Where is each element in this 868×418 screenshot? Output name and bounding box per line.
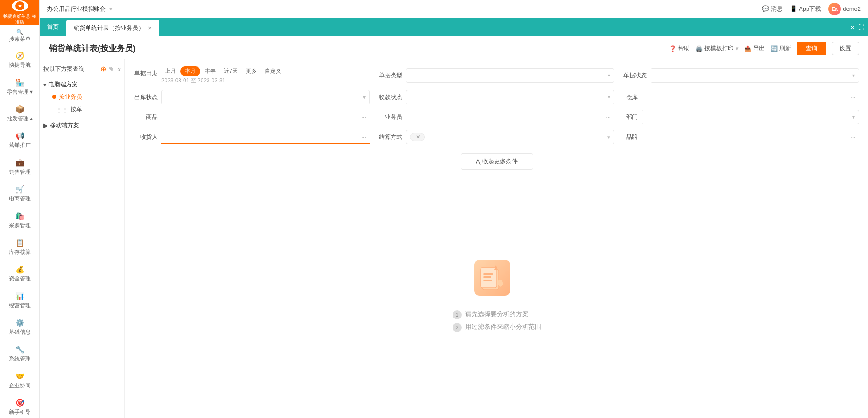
app-download-btn[interactable]: 📱 App下载: [790, 5, 821, 13]
wholesale-icon: 📦: [15, 105, 24, 114]
edit-scheme-icon[interactable]: ✎: [109, 66, 114, 73]
sidebar-item-retail[interactable]: 🏪 零售管理 ▾: [0, 74, 39, 100]
filter-salesperson: 业务员 ···: [379, 110, 614, 124]
shop-icon: 🏪: [15, 78, 24, 87]
salesperson-dots-icon: ···: [606, 114, 611, 120]
setting-button[interactable]: 设置: [832, 42, 859, 55]
date-btn-more[interactable]: 更多: [242, 66, 260, 76]
date-btn-custom[interactable]: 自定义: [261, 66, 285, 76]
brand-input[interactable]: ···: [642, 130, 859, 144]
sidebar-item-system[interactable]: 🔧 系统管理: [0, 341, 39, 367]
sidebar-item-finance[interactable]: 💰 资金管理: [0, 261, 39, 287]
user-avatar[interactable]: Ea demo2: [828, 3, 861, 15]
date-btn-lastmonth[interactable]: 上月: [161, 66, 179, 76]
collapse-panel-icon[interactable]: «: [117, 66, 121, 73]
content-body: 按以下方案查询 ⊕ ✎ « ▾ 电脑端方案 按业务员: [40, 59, 868, 418]
filter-out-status: 出库状态 ▾: [134, 90, 370, 104]
tab-close-icon[interactable]: ×: [148, 24, 151, 32]
sidebar-item-quicknav[interactable]: 🧭 快捷导航: [0, 47, 39, 74]
tab-bar: 首页 销货单统计表（按业务员） × ✕ ⛶: [40, 18, 868, 36]
date-btn-7days[interactable]: 近7天: [220, 66, 241, 76]
message-btn[interactable]: 💬 消息: [762, 5, 783, 13]
page-header: 销货单统计表(按业务员) ❓ 帮助 🖨️ 按模板打印 ▾ 📤 导出 🔄 刷: [40, 36, 868, 59]
left-panel-header: 按以下方案查询 ⊕ ✎ «: [43, 65, 121, 73]
receiver-label: 收货人: [134, 133, 158, 141]
recv-status-select[interactable]: ▾: [406, 90, 614, 104]
message-icon: 💬: [762, 5, 769, 12]
sidebar-item-inventory[interactable]: 📋 库存核算: [0, 234, 39, 261]
sidebar-item-wholesale[interactable]: 📦 批发管理 ▴: [0, 100, 39, 127]
export-icon: 📤: [744, 45, 751, 52]
help-btn[interactable]: ❓ 帮助: [669, 44, 690, 52]
empty-steps: 1 请先选择要分析的方案 2 用过滤条件来缩小分析范围: [453, 310, 541, 332]
empty-box-icon: [474, 260, 510, 296]
category-arrow-collapsed-icon: ▶: [43, 122, 48, 129]
filter-goods: 商品 ···: [134, 110, 370, 124]
sidebar-item-marketing[interactable]: 📢 营销推广: [0, 127, 39, 154]
filter-receiver: 收货人 ···: [134, 130, 370, 144]
newbie-icon: 🎯: [15, 399, 24, 407]
add-scheme-icon[interactable]: ⊕: [100, 65, 106, 73]
out-status-select[interactable]: ▾: [161, 90, 370, 104]
header-breadcrumb: 办公用品行业模拟账套 ▾: [47, 5, 113, 13]
print-chevron-icon: ▾: [736, 45, 739, 52]
sidebar-item-search[interactable]: 🔍 搜索菜单: [0, 25, 39, 47]
collapse-btn-label: 收起更多条件: [482, 157, 518, 166]
logo-area: 畅捷通好生意 标准版: [0, 0, 39, 25]
payment-tag-close[interactable]: ✕: [416, 134, 420, 140]
svg-rect-5: [483, 280, 492, 281]
svg-rect-3: [483, 273, 493, 275]
scheme-category-mobile[interactable]: ▶ 移动端方案: [43, 119, 121, 131]
basic-icon: ⚙️: [15, 318, 24, 327]
sidebar-item-purchase[interactable]: 🛍️ 采购管理: [0, 207, 39, 234]
sales-icon: 💼: [15, 158, 24, 167]
top-header: 办公用品行业模拟账套 ▾ 💬 消息 📱 App下载 Ea demo2: [40, 0, 868, 18]
empty-icon: [474, 260, 519, 305]
collapse-up-icon: ⋀: [476, 158, 481, 165]
print-btn[interactable]: 🖨️ 按模板打印 ▾: [695, 44, 739, 52]
page-actions: ❓ 帮助 🖨️ 按模板打印 ▾ 📤 导出 🔄 刷新 查询 设置: [669, 42, 859, 55]
header-right: 💬 消息 📱 App下载 Ea demo2: [762, 3, 861, 15]
refresh-icon: 🔄: [770, 45, 778, 52]
query-button[interactable]: 查询: [797, 42, 826, 55]
warehouse-input[interactable]: ···: [642, 90, 859, 104]
receiver-input[interactable]: ···: [161, 130, 370, 144]
goods-dots-icon: ···: [361, 114, 366, 120]
refresh-btn[interactable]: 🔄 刷新: [770, 44, 791, 52]
goods-input[interactable]: ···: [161, 110, 370, 124]
sidebar-item-ecommerce[interactable]: 🛒 电商管理: [0, 180, 39, 207]
right-panel: 单据日期 上月 本月 本年 近7天 更多 自定义 2023-03-01 至 20…: [125, 59, 868, 418]
scheme-item-by-order[interactable]: ⋮⋮ 按单: [43, 103, 121, 116]
page-title: 销货单统计表(按业务员): [49, 43, 136, 54]
sidebar-item-operations[interactable]: 📊 经营管理: [0, 287, 39, 314]
date-btn-thisyear[interactable]: 本年: [201, 66, 219, 76]
warehouse-dots-icon: ···: [850, 94, 855, 100]
inventory-icon: 📋: [15, 238, 24, 247]
scheme-category-pc[interactable]: ▾ 电脑端方案: [43, 79, 121, 90]
tab-fullscreen-icon[interactable]: ⛶: [859, 24, 864, 31]
out-status-arrow-icon: ▾: [363, 94, 366, 100]
doc-type-select[interactable]: ▾: [406, 68, 614, 83]
tab-sales-stat[interactable]: 销货单统计表（按业务员） ×: [66, 20, 159, 36]
doc-type-label: 单据类型: [379, 71, 402, 80]
export-btn[interactable]: 📤 导出: [744, 44, 765, 52]
tab-home[interactable]: 首页: [40, 18, 66, 36]
salesperson-label: 业务员: [379, 113, 402, 121]
scheme-item-by-salesperson[interactable]: 按业务员: [43, 90, 121, 103]
payment-select[interactable]: ✕ ▾: [406, 130, 614, 144]
date-btn-thismonth[interactable]: 本月: [180, 66, 200, 76]
department-select[interactable]: ▾: [642, 110, 859, 124]
sidebar-item-basic[interactable]: ⚙️ 基础信息: [0, 314, 39, 341]
filter-department: 部门 ▾: [623, 110, 859, 124]
doc-status-select[interactable]: ▾: [651, 68, 859, 83]
out-status-label: 出库状态: [134, 93, 158, 101]
tab-minimize-icon[interactable]: ✕: [850, 24, 855, 31]
sidebar-item-enterprise[interactable]: 🤝 企业协同: [0, 367, 39, 394]
sidebar-item-sales[interactable]: 💼 销售管理: [0, 154, 39, 180]
salesperson-input[interactable]: ···: [406, 110, 614, 124]
sidebar-item-newbie[interactable]: 🎯 新手引导: [0, 394, 39, 418]
date-options: 上月 本月 本年 近7天 更多 自定义: [161, 66, 370, 76]
collapse-btn[interactable]: ⋀ 收起更多条件: [461, 153, 533, 170]
left-panel-icons: ⊕ ✎ «: [100, 65, 121, 73]
filter-doc-status: 单据状态 ▾: [623, 68, 859, 83]
